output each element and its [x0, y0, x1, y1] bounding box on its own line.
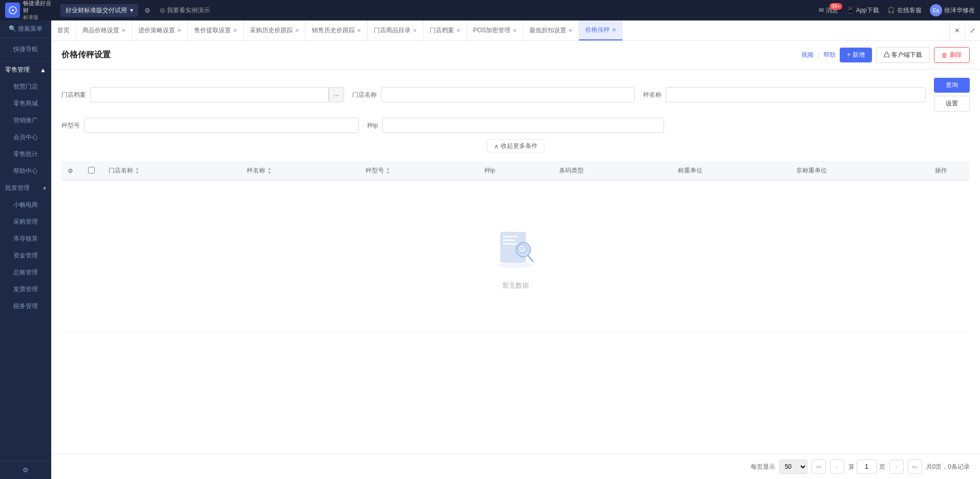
chevron-down-icon: ▾ [130, 7, 133, 14]
tab-price-scale[interactable]: 价格传秤 ✕ [579, 20, 623, 40]
sidebar-settings-btn[interactable]: ⚙ [0, 461, 51, 479]
tab-bar-controls: ✕ ⤢ [949, 20, 980, 41]
sidebar-item-tax[interactable]: 税务管理 [0, 298, 51, 315]
member-label: 会员中心 [13, 133, 38, 142]
tab-sales-history[interactable]: 销售历史价跟踪 ✕ [306, 20, 368, 40]
tab-purchase-strategy-label: 进价策略设置 [138, 26, 175, 35]
sidebar-search[interactable]: 🔍 搜索菜单 [0, 20, 51, 38]
th-scale-name-label: 秤名称 [247, 166, 265, 175]
main-wrapper: 🔍 搜索菜单 快捷导航 零售管理 ▲ 智慧门店 零售商城 营销推广 [0, 20, 980, 479]
first-page-btn[interactable]: ⏮ [812, 460, 826, 474]
sidebar-item-inventory[interactable]: 库存核算 [0, 230, 51, 247]
finance-label: 资金管理 [13, 251, 38, 260]
close-icon[interactable]: ✕ [177, 28, 181, 33]
sidebar-item-smart-store[interactable]: 智慧门店 [0, 78, 51, 95]
settings-icon[interactable]: ⚙ [68, 167, 73, 175]
add-btn[interactable]: + 新增 [840, 48, 871, 62]
download-btn[interactable]: 凸 客户端下载 [876, 47, 930, 63]
query-btn[interactable]: 查询 [934, 78, 970, 93]
sidebar-item-retail-stats[interactable]: 零售统计 [0, 146, 51, 163]
sort-store-name[interactable]: 门店名称 ▲▼ [109, 166, 235, 175]
tab-product-price[interactable]: 商品价格设置 ✕ [76, 20, 132, 40]
close-icon[interactable]: ✕ [233, 28, 237, 33]
sidebar: 🔍 搜索菜单 快捷导航 零售管理 ▲ 智慧门店 零售商城 营销推广 [0, 20, 51, 479]
scale-name-input[interactable] [666, 87, 926, 102]
close-icon[interactable]: ✕ [121, 28, 125, 33]
close-tab-btn[interactable]: ✕ [949, 20, 965, 41]
page-area: 首页 商品价格设置 ✕ 进价策略设置 ✕ 售价提取设置 ✕ 采购历史价跟踪 ✕ [51, 20, 980, 479]
sort-scale-name[interactable]: 秤名称 ▲▼ [247, 166, 353, 175]
collapse-btn-label: 收起更多条件 [501, 142, 538, 150]
store-name-input[interactable] [381, 87, 635, 102]
sort-scale-model[interactable]: 秤型号 ▲▼ [366, 166, 472, 175]
close-icon[interactable]: ✕ [456, 28, 460, 33]
sidebar-item-invoice[interactable]: 发票管理 [0, 281, 51, 298]
tab-pos-encrypt-label: POS加密管理 [473, 26, 510, 35]
collapse-btn[interactable]: ∧ 收起更多条件 [487, 139, 544, 153]
sidebar-item-quick-nav[interactable]: 快捷导航 [0, 41, 51, 58]
sidebar-item-help[interactable]: 帮助中心 [0, 163, 51, 180]
select-all-checkbox[interactable] [88, 167, 95, 173]
marketing-label: 营销推广 [13, 116, 38, 125]
expand-icon: ▲ [40, 67, 46, 74]
user-menu[interactable]: Ea 徐泽华修改 [930, 4, 975, 16]
sidebar-item-ecommerce[interactable]: 小畅电商 [0, 197, 51, 213]
online-service-btn[interactable]: 🎧 在线客服 [887, 6, 922, 15]
wholesale-label: 批发管理 [5, 184, 30, 192]
set-btn[interactable]: 设置 [934, 96, 970, 112]
tab-bar: 首页 商品价格设置 ✕ 进价策略设置 ✕ 售价提取设置 ✕ 采购历史价跟踪 ✕ [51, 20, 980, 41]
svg-line-8 [528, 255, 533, 262]
version-selector[interactable]: 好业财标准版交付试用 ▾ [60, 4, 138, 17]
inventory-label: 库存核算 [13, 234, 38, 243]
tab-store-product-catalog[interactable]: 门店商品目录 ✕ [368, 20, 423, 40]
sidebar-item-wholesale[interactable]: 批发管理 ▾ [0, 180, 51, 197]
close-icon[interactable]: ✕ [295, 28, 299, 33]
total-info: 共0页，0条记录 [926, 463, 970, 471]
sidebar-item-ledger[interactable]: 总账管理 [0, 264, 51, 281]
tab-purchase-history[interactable]: 采购历史价跟踪 ✕ [244, 20, 306, 40]
ellipsis-btn[interactable]: ··· [329, 87, 344, 102]
delete-btn[interactable]: 🗑 删除 [934, 47, 970, 63]
sidebar-item-purchase[interactable]: 采购管理 [0, 213, 51, 230]
invoice-label: 发票管理 [13, 285, 38, 294]
purchase-label: 采购管理 [13, 217, 38, 226]
video-btn[interactable]: 视频 [801, 51, 814, 59]
store-archive-input[interactable] [90, 87, 329, 102]
sidebar-item-marketing[interactable]: 营销推广 [0, 112, 51, 129]
page-input[interactable] [857, 460, 877, 474]
sidebar-item-retail-mgmt[interactable]: 零售管理 ▲ [0, 61, 51, 78]
maximize-tab-btn[interactable]: ⤢ [965, 20, 980, 41]
close-icon[interactable]: ✕ [413, 28, 417, 33]
per-page-select[interactable]: 50 10 20 100 [779, 460, 807, 474]
th-scale-model-label: 秤型号 [366, 166, 384, 175]
sidebar-item-finance[interactable]: 资金管理 [0, 247, 51, 264]
sidebar-gear-icon: ⚙ [23, 466, 29, 474]
close-icon[interactable]: ✕ [357, 28, 361, 33]
tab-store-profile[interactable]: 门店档案 ✕ [423, 20, 467, 40]
sidebar-item-member[interactable]: 会员中心 [0, 129, 51, 146]
message-btn[interactable]: ✉ 消息 99+ [819, 6, 838, 15]
next-page-btn[interactable]: › [889, 460, 904, 474]
tab-sale-extract[interactable]: 售价提取设置 ✕ [188, 20, 244, 40]
query-set-group: 查询 设置 [934, 78, 970, 112]
app-download-label: App下载 [856, 6, 879, 15]
demo-link[interactable]: ◎ 我要看实例演示 [160, 6, 210, 15]
tab-min-discount[interactable]: 最低折扣设置 ✕ [523, 20, 579, 40]
sidebar-item-retail-mall[interactable]: 零售商城 [0, 95, 51, 112]
tab-pos-encrypt[interactable]: POS加密管理 ✕ [467, 20, 523, 40]
last-page-btn[interactable]: ⏭ [908, 460, 922, 474]
tab-purchase-strategy[interactable]: 进价策略设置 ✕ [132, 20, 188, 40]
scale-ip-input[interactable] [382, 118, 664, 133]
scale-model-input[interactable] [84, 118, 359, 133]
th-operation-label: 操作 [935, 167, 947, 174]
close-icon[interactable]: ✕ [568, 28, 572, 33]
tab-home-label: 首页 [57, 26, 70, 35]
tab-home[interactable]: 首页 [51, 20, 76, 40]
help-btn[interactable]: 帮助 [823, 51, 836, 59]
settings-icon[interactable]: ⚙ [140, 3, 155, 17]
close-icon[interactable]: ✕ [513, 28, 517, 33]
close-icon[interactable]: ✕ [612, 27, 616, 33]
store-name-label: 门店名称 [352, 91, 377, 99]
app-download-btn[interactable]: 📱 App下载 [846, 6, 879, 15]
prev-page-btn[interactable]: ‹ [830, 460, 844, 474]
